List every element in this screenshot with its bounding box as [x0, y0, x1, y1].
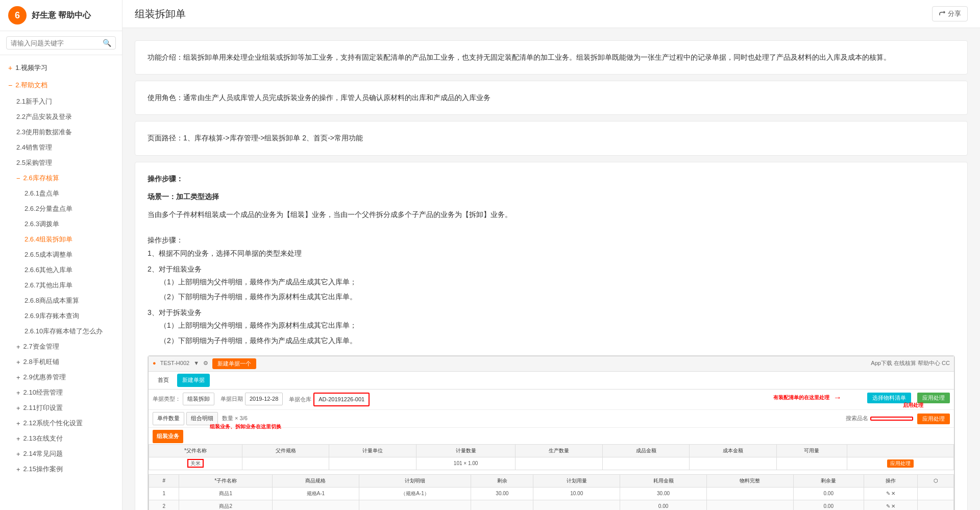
- sidebar-item-cases[interactable]: + 2.15操作案例: [0, 462, 122, 477]
- sidebar-item-assembly[interactable]: 2.6.4组装拆卸单: [0, 232, 122, 247]
- sidebar-item-payment[interactable]: + 2.13在线支付: [0, 431, 122, 446]
- search-box: 🔍: [0, 31, 122, 55]
- sidebar-item-coupon[interactable]: + 2.9优惠券管理: [0, 370, 122, 385]
- app-dropdown-icon: ▼: [193, 358, 199, 369]
- bot-td-detail2: [359, 500, 471, 511]
- bot-th-complete: 物料完整: [707, 475, 794, 488]
- sidebar-item-other-in[interactable]: 2.6.6其他入库单: [0, 262, 122, 278]
- sidebar-item-stocktake[interactable]: 2.6.1盘点单: [0, 186, 122, 201]
- sidebar-sub-label: 2.4销售管理: [16, 143, 52, 152]
- top-bar: 组装拆卸单 分享: [122, 0, 980, 28]
- bot-th-op: 操作: [864, 475, 918, 488]
- top-row-action-btn[interactable]: 应用处理: [887, 459, 914, 468]
- sidebar-item-video[interactable]: + 1.视频学习: [0, 59, 122, 77]
- sidebar-item-cost-recalc[interactable]: 2.6.8商品成本重算: [0, 293, 122, 308]
- sidebar-item-mobile[interactable]: + 2.8手机旺铺: [0, 354, 122, 370]
- top-td-cost: [602, 457, 689, 470]
- sidebar-item-stock-ledger[interactable]: 2.6.9库存账本查询: [0, 308, 122, 324]
- sidebar-subsub-label: 2.6.4组装拆卸单: [24, 235, 72, 244]
- sidebar-item-partial-stocktake[interactable]: 2.6.2分量盘点单: [0, 201, 122, 216]
- annotation2-label: 组装业务、拆卸业务在这里切换: [210, 422, 281, 431]
- app-tab-home[interactable]: 首页: [153, 374, 174, 387]
- app-bottom-table: # *子件名称 商品规格 计划明细 剩余 计划用量 耗用金额 物料完整 剩余量: [149, 474, 954, 510]
- bot-th-cost: 耗用金额: [620, 475, 707, 488]
- bot-td-cost1: 30.00: [620, 488, 707, 500]
- subtype-value[interactable]: 单件数量: [153, 412, 184, 425]
- sidebar-subsub-label: 2.6.3调拨单: [24, 220, 59, 229]
- plus-icon-mobile: +: [16, 358, 20, 366]
- sidebar-sub-label: 2.3使用前数据准备: [16, 128, 72, 137]
- path-card: 页面路径：1、库存核算->库存管理->组装拆卸单 2、首页->常用功能: [135, 121, 968, 155]
- sidebar-item-inventory[interactable]: − 2.6库存核算: [0, 171, 122, 186]
- sidebar: 6 好生意 帮助中心 🔍 + 1.视频学习 − 2.帮助文档 2.1新手入门 2…: [0, 0, 122, 510]
- scene1-desc: 当由多个子件材料组装成一个成品的业务为【组装】业务，当由一个父件拆分成多个子产品…: [148, 208, 955, 221]
- sidebar-item-stock-error[interactable]: 2.6.10库存账本错了怎么办: [0, 324, 122, 339]
- app-new-doc-button[interactable]: 新建单据一个: [212, 358, 256, 369]
- plus-icon-coupon: +: [16, 374, 20, 381]
- sidebar-item-install[interactable]: 2.2产品安装及登录: [0, 109, 122, 125]
- logo-text: 好生意 帮助中心: [32, 10, 91, 21]
- arrow-right-icon: →: [834, 391, 842, 405]
- warehouse-value[interactable]: AD-20191226-001: [313, 393, 370, 407]
- top-td-name: 关米: [149, 457, 242, 470]
- step-2-1: （1）上部明细为父件明细，最终作为产成品生成其它入库单；: [160, 276, 955, 288]
- search-icon[interactable]: 🔍: [103, 39, 111, 47]
- top-th-prod-qty: 生产数量: [516, 445, 602, 457]
- sidebar-item-ops[interactable]: + 2.10经营管理: [0, 385, 122, 400]
- sidebar-item-beginner[interactable]: 2.1新手入门: [0, 94, 122, 109]
- content-area: 功能介绍：组装拆卸单用来处理企业组装或拆卸等加工业务，支持有固定装配清单的产品加…: [122, 28, 980, 510]
- app-apply2-button[interactable]: 应用处理: [917, 414, 950, 424]
- sidebar-item-system[interactable]: + 2.12系统个性化设置: [0, 416, 122, 431]
- search-wrap[interactable]: 🔍: [6, 36, 116, 50]
- sidebar-sub-label: 2.14常见问题: [23, 449, 63, 458]
- bot-th-detail: 计划明细: [359, 475, 471, 488]
- sidebar-item-cost-adjust[interactable]: 2.6.5成本调整单: [0, 247, 122, 262]
- app-tabs: 首页 新建单据: [149, 372, 954, 390]
- app-logo: ●: [153, 358, 156, 369]
- top-td-name-highlight[interactable]: 关米: [187, 459, 204, 468]
- warehouse-label: 单据仓库: [289, 395, 311, 405]
- top-th-action: [847, 445, 953, 457]
- bot-th-spec: 商品规格: [272, 475, 359, 488]
- bot-th-plan-qty: 计划用量: [533, 475, 620, 488]
- sidebar-sub-label: 2.11打印设置: [23, 403, 63, 412]
- share-button[interactable]: 分享: [932, 6, 968, 21]
- top-td-avail: [776, 457, 847, 470]
- bot-td-remain22: 0.00: [793, 500, 864, 511]
- plus-icon-cases: +: [16, 466, 20, 473]
- sidebar-item-faq[interactable]: + 2.14常见问题: [0, 446, 122, 462]
- bot-td-planqty2: [533, 500, 620, 511]
- type-value[interactable]: 组装拆卸: [183, 393, 214, 406]
- sidebar-item-data-prep[interactable]: 2.3使用前数据准备: [0, 125, 122, 140]
- table-row: 1 商品1 规格A-1 （规格A-1） 30.00 10.00 30.00 0.…: [149, 488, 954, 500]
- sidebar-sub-label: 2.1新手入门: [16, 97, 52, 106]
- sidebar-item-sales[interactable]: 2.4销售管理: [0, 140, 122, 155]
- share-label: 分享: [948, 9, 961, 18]
- bot-td-detail1: （规格A-1）: [359, 488, 471, 500]
- top-th-name: *父件名称: [149, 445, 242, 457]
- sidebar-item-other-out[interactable]: 2.6.7其他出库单: [0, 278, 122, 293]
- sidebar-item-transfer[interactable]: 2.6.3调拨单: [0, 216, 122, 232]
- date-value[interactable]: 2019-12-28: [245, 393, 283, 406]
- step-3-2: （2）下部明细为子件明细，最终作为产成品生成其它入库单。: [160, 334, 955, 347]
- bot-td-op1: ✎ ✕: [864, 488, 918, 500]
- app-tab-new[interactable]: 新建单据: [177, 374, 210, 387]
- warehouse-field: 单据仓库 AD-20191226-001: [289, 393, 370, 407]
- search-input[interactable]: [11, 39, 103, 47]
- path-text: 页面路径：1、库存核算->库存管理->组装拆卸单 2、首页->常用功能: [148, 132, 955, 144]
- main-content: 组装拆卸单 分享 功能介绍：组装拆卸单用来处理企业组装或拆卸等加工业务，支持有固…: [122, 0, 980, 510]
- bot-td-complete2: [707, 500, 794, 511]
- step-1: 1、根据不同的业务，选择不同单据的类型来处理: [148, 247, 955, 260]
- sidebar-item-purchase[interactable]: 2.5采购管理: [0, 155, 122, 171]
- sidebar-item-finance[interactable]: + 2.7资金管理: [0, 339, 122, 354]
- sidebar-item-docs[interactable]: − 2.帮助文档: [0, 77, 122, 94]
- step-2-2: （2）下部明细为子件明细，最终作为原材料生成其它出库单。: [160, 290, 955, 303]
- search-bom-input[interactable]: [870, 417, 913, 421]
- sidebar-item-print[interactable]: + 2.11打印设置: [0, 400, 122, 416]
- bot-th-name: *子件名称: [179, 475, 272, 488]
- bot-td-spec1: 规格A-1: [272, 488, 359, 500]
- bot-td-remain2: [471, 500, 533, 511]
- subtype-field: 单件数量 组合明细: [153, 412, 218, 425]
- sidebar-item-label: 1.视频学习: [15, 63, 47, 72]
- sidebar-item-label: 2.帮助文档: [15, 81, 47, 90]
